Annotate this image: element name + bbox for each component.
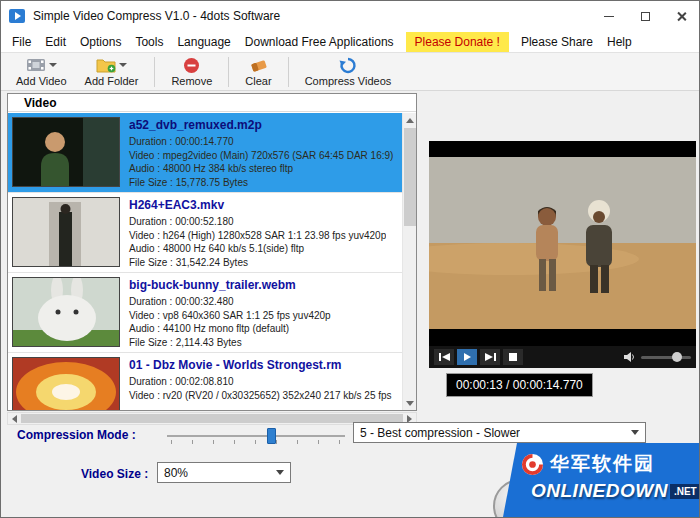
toolbar-separator bbox=[228, 57, 229, 87]
compression-mode-select[interactable]: 5 - Best compression - Slower bbox=[353, 422, 646, 443]
next-frame-icon bbox=[484, 352, 497, 362]
video-codec-info: Video : mpeg2video (Main) 720x576 (SAR 6… bbox=[129, 149, 393, 163]
volume-slider[interactable] bbox=[641, 356, 691, 359]
video-codec-info: Video : vp8 640x360 SAR 1:1 25 fps yuv42… bbox=[129, 309, 331, 323]
arrow-up-icon bbox=[406, 118, 414, 123]
arrow-left-icon bbox=[12, 415, 17, 423]
add-video-button[interactable]: Add Video bbox=[7, 55, 76, 88]
toolbar: Add Video Add Folder Rem bbox=[1, 53, 699, 91]
clear-label: Clear bbox=[245, 75, 271, 87]
video-filename: 01 - Dbz Movie - Worlds Strongest.rm bbox=[129, 358, 392, 372]
add-video-label: Add Video bbox=[16, 75, 67, 87]
stop-icon bbox=[509, 353, 517, 361]
toolbar-separator bbox=[288, 57, 289, 87]
chevron-down-icon bbox=[276, 470, 284, 475]
add-folder-button[interactable]: Add Folder bbox=[76, 55, 148, 88]
close-icon bbox=[676, 11, 687, 22]
previous-frame-button[interactable] bbox=[434, 349, 454, 365]
watermark-logo-icon bbox=[521, 453, 544, 476]
add-video-dropdown-icon[interactable] bbox=[49, 63, 57, 67]
minimize-button[interactable] bbox=[591, 1, 627, 31]
clear-button[interactable]: Clear bbox=[236, 55, 280, 88]
video-file-size: File Size : 2,114.43 Bytes bbox=[129, 336, 331, 349]
video-list-item-3[interactable]: big-buck-bunny_trailer.webm Duration : 0… bbox=[8, 273, 402, 353]
menu-options[interactable]: Options bbox=[73, 32, 128, 52]
menu-edit[interactable]: Edit bbox=[38, 32, 73, 52]
compression-mode-slider-thumb[interactable] bbox=[267, 428, 276, 444]
video-file-size: File Size : 31,542.24 Bytes bbox=[129, 256, 386, 269]
slider-ticks bbox=[171, 440, 343, 444]
video-audio-info: Audio : 44100 Hz mono fltp (default) bbox=[129, 322, 331, 336]
chevron-down-icon bbox=[631, 430, 639, 435]
stop-button[interactable] bbox=[503, 349, 523, 365]
titlebar: Simple Video Compress V1.0 - 4dots Softw… bbox=[1, 1, 699, 31]
menu-please-donate[interactable]: Please Donate ! bbox=[406, 32, 509, 52]
volume-icon[interactable] bbox=[623, 351, 636, 363]
scroll-down-button[interactable] bbox=[403, 396, 417, 410]
add-video-icon bbox=[26, 57, 46, 73]
volume-slider-thumb[interactable] bbox=[672, 352, 682, 362]
remove-button[interactable]: Remove bbox=[162, 55, 221, 88]
previous-frame-icon bbox=[438, 352, 451, 362]
compress-videos-button[interactable]: Compress Videos bbox=[296, 55, 401, 88]
close-button[interactable] bbox=[663, 1, 699, 31]
compress-videos-label: Compress Videos bbox=[305, 75, 392, 87]
video-duration: Duration : 00:00:32.480 bbox=[129, 295, 331, 309]
play-button[interactable] bbox=[457, 349, 477, 365]
maximize-icon bbox=[641, 12, 650, 21]
video-size-value: 80% bbox=[164, 466, 188, 480]
add-folder-dropdown-icon[interactable] bbox=[119, 63, 127, 67]
menu-file[interactable]: File bbox=[5, 32, 38, 52]
menu-language[interactable]: Language bbox=[170, 32, 237, 52]
watermark-overlay: 华军软件园 ONLINEDOWN .NET bbox=[503, 443, 699, 517]
app-icon bbox=[9, 8, 25, 24]
menu-tools[interactable]: Tools bbox=[128, 32, 170, 52]
play-icon bbox=[462, 352, 472, 362]
add-folder-icon bbox=[96, 57, 116, 73]
video-thumbnail-1 bbox=[12, 117, 120, 187]
slider-track bbox=[167, 435, 345, 437]
window-title: Simple Video Compress V1.0 - 4dots Softw… bbox=[33, 9, 280, 23]
video-list-item-1[interactable]: a52_dvb_remuxed.m2p Duration : 00:00:14.… bbox=[8, 113, 402, 193]
watermark-site-name: 华军软件园 bbox=[550, 451, 655, 477]
video-preview-screen bbox=[429, 141, 696, 346]
menu-download-free-applications[interactable]: Download Free Applications bbox=[238, 32, 401, 52]
arrow-down-icon bbox=[406, 401, 414, 406]
clear-icon bbox=[249, 57, 269, 74]
player-controls bbox=[429, 346, 696, 368]
menu-help[interactable]: Help bbox=[600, 32, 639, 52]
menu-please-share[interactable]: Please Share bbox=[514, 32, 600, 52]
next-frame-button[interactable] bbox=[480, 349, 500, 365]
video-list-header: Video bbox=[8, 94, 416, 112]
vertical-scrollbar[interactable] bbox=[402, 113, 416, 410]
video-thumbnail-2 bbox=[12, 197, 120, 267]
video-thumbnail-3 bbox=[12, 277, 120, 347]
video-duration: Duration : 00:00:52.180 bbox=[129, 215, 386, 229]
video-size-label: Video Size : bbox=[81, 467, 148, 481]
scroll-left-button[interactable] bbox=[8, 413, 21, 424]
video-file-size: File Size : 15,778.75 Bytes bbox=[129, 176, 393, 189]
horizontal-scrollbar-thumb[interactable] bbox=[21, 414, 403, 423]
toolbar-separator bbox=[154, 57, 155, 87]
video-duration: Duration : 00:02:08.810 bbox=[129, 375, 392, 389]
maximize-button[interactable] bbox=[627, 1, 663, 31]
video-duration: Duration : 00:00:14.770 bbox=[129, 135, 393, 149]
video-codec-info: Video : h264 (High) 1280x528 SAR 1:1 23.… bbox=[129, 229, 386, 243]
video-codec-info: Video : rv20 (RV20 / 0x30325652) 352x240… bbox=[129, 389, 392, 403]
video-size-select[interactable]: 80% bbox=[157, 462, 291, 483]
video-list-item-4[interactable]: 01 - Dbz Movie - Worlds Strongest.rm Dur… bbox=[8, 353, 402, 410]
video-filename: a52_dvb_remuxed.m2p bbox=[129, 118, 393, 132]
video-audio-info: Audio : 48000 Hz 384 kb/s stereo fltp bbox=[129, 162, 393, 176]
video-thumbnail-4 bbox=[12, 357, 120, 410]
playback-time: 00:00:13 / 00:00:14.770 bbox=[446, 373, 593, 397]
remove-icon bbox=[183, 57, 200, 74]
remove-label: Remove bbox=[171, 75, 212, 87]
compress-videos-icon bbox=[339, 57, 357, 74]
video-list-item-2[interactable]: H264+EAC3.mkv Duration : 00:00:52.180 Vi… bbox=[8, 193, 402, 273]
scroll-up-button[interactable] bbox=[403, 113, 417, 127]
compression-mode-slider[interactable] bbox=[167, 425, 345, 447]
vertical-scrollbar-thumb[interactable] bbox=[404, 128, 416, 226]
video-filename: big-buck-bunny_trailer.webm bbox=[129, 278, 331, 292]
add-folder-label: Add Folder bbox=[85, 75, 139, 87]
video-audio-info: Audio : 48000 Hz 640 kb/s 5.1(side) fltp bbox=[129, 242, 386, 256]
